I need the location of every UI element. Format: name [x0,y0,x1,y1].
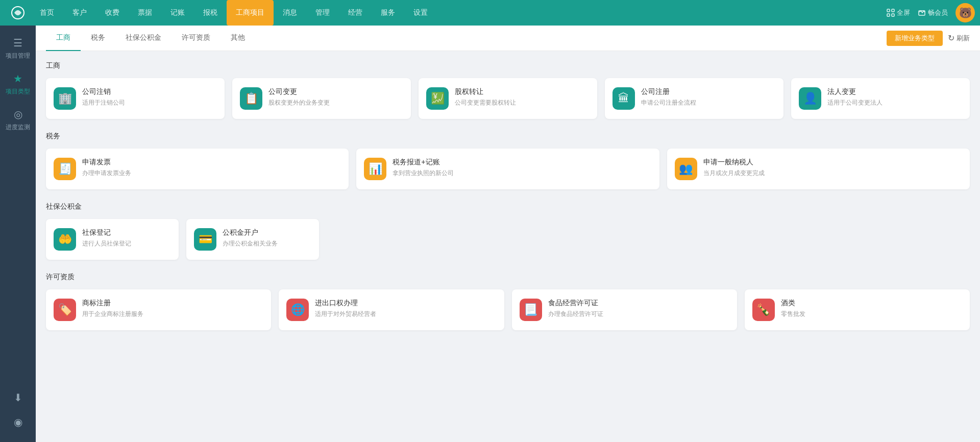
refresh-button[interactable]: ↻ 刷新 [948,33,970,43]
service-card-公司注册[interactable]: 🏛公司注册申请公司注册全流程 [605,78,783,119]
section-工商: 工商🏢公司注销适用于注销公司📋公司变更股权变更外的业务变更💹股权转让公司变更需要… [46,61,970,119]
card-title: 公司注册 [641,87,696,96]
nav-item-客户[interactable]: 客户 [63,0,96,26]
card-title: 税务报道+记账 [393,158,454,167]
section-title: 社保公积金 [46,202,970,211]
nav-item-服务[interactable]: 服务 [372,0,404,26]
card-icon: 🧾 [54,158,76,180]
tab-社保公积金[interactable]: 社保公积金 [115,26,172,51]
card-content: 法人变更适用于公司变更法人 [827,87,883,107]
card-desc: 用于企业商标注册服务 [82,310,143,318]
svg-rect-1 [887,9,890,12]
section-title: 工商 [46,61,970,70]
nav-item-记账[interactable]: 记账 [161,0,194,26]
card-content: 进出口权办理适用于对外贸易经营者 [315,299,376,318]
service-card-申请发票[interactable]: 🧾申请发票办理申请发票业务 [46,149,349,189]
sidebar-label: 项目管理 [6,52,30,60]
card-icon: 🏷️ [54,299,76,321]
nav-menu: 首页客户收费票据记账报税工商项目消息管理经营服务设置 [31,0,887,26]
sidebar-item-进度监测[interactable]: ◎进度监测 [0,102,36,138]
sidebar-item-项目类型[interactable]: ★项目类型 [0,66,36,102]
card-content: 社保登记进行人员社保登记 [82,228,131,248]
card-icon: 📃 [520,299,542,321]
section-社保公积金: 社保公积金🤲社保登记进行人员社保登记💳公积金开户办理公积金相关业务 [46,202,970,260]
tab-许可资质[interactable]: 许可资质 [172,26,220,51]
card-icon: 💹 [426,87,449,110]
service-card-商标注册[interactable]: 🏷️商标注册用于企业商标注册服务 [46,289,271,330]
section-许可资质: 许可资质🏷️商标注册用于企业商标注册服务🌐进出口权办理适用于对外贸易经营者📃食品… [46,273,970,330]
sidebar-icon: ◎ [14,108,22,120]
service-card-税务报道+记账[interactable]: 📊税务报道+记账拿到营业执照的新公司 [356,149,659,189]
service-card-公司变更[interactable]: 📋公司变更股权变更外的业务变更 [232,78,411,119]
nav-item-管理[interactable]: 管理 [306,0,339,26]
service-card-申请一般纳税人[interactable]: 👥申请一般纳税人当月或次月成变更完成 [667,149,970,189]
nav-item-设置[interactable]: 设置 [404,0,437,26]
refresh-icon: ↻ [948,33,954,43]
nav-item-报税[interactable]: 报税 [194,0,227,26]
card-title: 商标注册 [82,299,143,308]
service-card-法人变更[interactable]: 👤法人变更适用于公司变更法人 [791,78,970,119]
top-navigation: 首页客户收费票据记账报税工商项目消息管理经营服务设置 全屏 畅会员 🐻 [0,0,980,26]
sidebar-bottom-item[interactable]: ◉ [0,410,36,434]
card-title: 酒类 [781,299,805,308]
card-title: 公积金开户 [223,228,278,237]
service-card-公积金开户[interactable]: 💳公积金开户办理公积金相关业务 [186,219,319,260]
card-desc: 办理公积金相关业务 [223,239,278,248]
card-title: 公司变更 [268,87,330,96]
card-icon: 🌐 [286,299,309,321]
vip-button[interactable]: 畅会员 [918,8,948,17]
card-icon: 💳 [194,228,216,251]
nav-item-工商项目[interactable]: 工商项目 [227,0,274,26]
nav-item-收费[interactable]: 收费 [96,0,129,26]
card-content: 公司注册申请公司注册全流程 [641,87,696,107]
service-card-公司注销[interactable]: 🏢公司注销适用于注销公司 [46,78,225,119]
service-card-食品经营许可证[interactable]: 📃食品经营许可证办理食品经营许可证 [512,289,737,330]
cards-grid: 🤲社保登记进行人员社保登记💳公积金开户办理公积金相关业务 [46,219,970,260]
cards-grid: 🧾申请发票办理申请发票业务📊税务报道+记账拿到营业执照的新公司👥申请一般纳税人当… [46,149,970,189]
main-scroll-area[interactable]: 工商🏢公司注销适用于注销公司📋公司变更股权变更外的业务变更💹股权转让公司变更需要… [36,51,980,442]
service-card-酒类[interactable]: 🍾酒类零售批发 [745,289,970,330]
tab-bar-right: 新增业务类型 ↻ 刷新 [887,31,970,46]
card-title: 法人变更 [827,87,883,96]
card-icon: 🏛 [612,87,635,110]
card-desc: 办理申请发票业务 [82,169,131,178]
sidebar-item-项目管理[interactable]: ☰项目管理 [0,31,36,66]
nav-item-消息[interactable]: 消息 [274,0,306,26]
nav-item-票据[interactable]: 票据 [129,0,161,26]
card-title: 进出口权办理 [315,299,376,308]
card-content: 商标注册用于企业商标注册服务 [82,299,143,318]
card-content: 公积金开户办理公积金相关业务 [223,228,278,248]
card-desc: 申请公司注册全流程 [641,99,696,107]
tab-税务[interactable]: 税务 [81,26,115,51]
card-content: 食品经营许可证办理食品经营许可证 [548,299,603,318]
service-card-股权转让[interactable]: 💹股权转让公司变更需要股权转让 [419,78,597,119]
card-desc: 公司变更需要股权转让 [455,99,516,107]
section-title: 许可资质 [46,273,970,282]
sidebar-bottom-icon: ⬇ [14,391,22,404]
sidebar-icon: ☰ [13,37,22,49]
card-title: 申请一般纳税人 [703,158,765,167]
card-desc: 适用于对外贸易经营者 [315,310,376,318]
tab-bar: 工商税务社保公积金许可资质其他 新增业务类型 ↻ 刷新 [36,26,980,51]
cards-grid: 🏷️商标注册用于企业商标注册服务🌐进出口权办理适用于对外贸易经营者📃食品经营许可… [46,289,970,330]
tab-其他[interactable]: 其他 [220,26,255,51]
sidebar-bottom-item[interactable]: ⬇ [0,385,36,410]
nav-item-首页[interactable]: 首页 [31,0,63,26]
card-icon: 🍾 [752,299,775,321]
app-logo [5,0,31,26]
card-content: 税务报道+记账拿到营业执照的新公司 [393,158,454,178]
card-desc: 适用于公司变更法人 [827,99,883,107]
nav-item-经营[interactable]: 经营 [339,0,372,26]
sidebar: ☰项目管理★项目类型◎进度监测⬇◉ [0,26,36,442]
add-business-type-button[interactable]: 新增业务类型 [887,31,943,46]
card-content: 酒类零售批发 [781,299,805,318]
tab-工商[interactable]: 工商 [46,26,81,51]
service-card-进出口权办理[interactable]: 🌐进出口权办理适用于对外贸易经营者 [279,289,504,330]
cards-grid: 🏢公司注销适用于注销公司📋公司变更股权变更外的业务变更💹股权转让公司变更需要股权… [46,78,970,119]
card-desc: 拿到营业执照的新公司 [393,169,454,178]
service-card-社保登记[interactable]: 🤲社保登记进行人员社保登记 [46,219,179,260]
mascot-avatar: 🐻 [955,3,975,22]
card-desc: 适用于注销公司 [82,99,125,107]
card-title: 社保登记 [82,228,131,237]
fullscreen-button[interactable]: 全屏 [887,8,910,17]
